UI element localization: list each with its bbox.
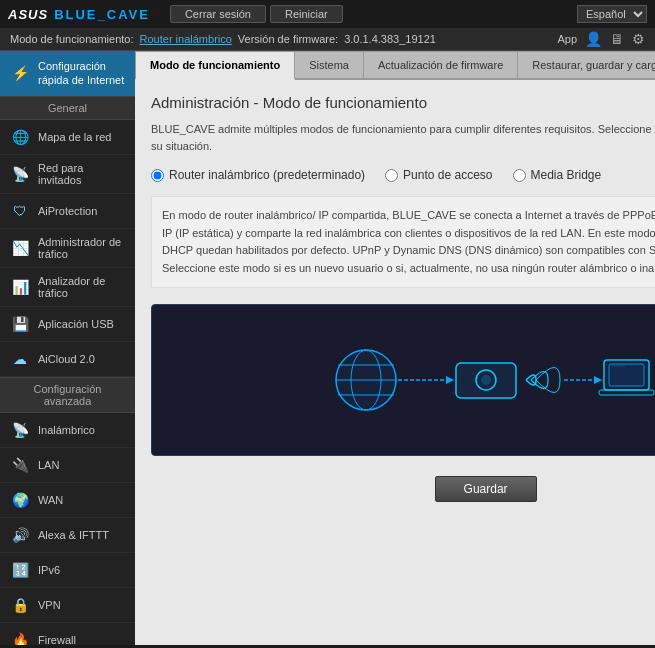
logo-area: ASUS BLUE_CAVE: [8, 7, 150, 22]
sidebar-item-label: Firewall: [38, 634, 76, 645]
radio-router-input[interactable]: [151, 169, 164, 182]
sidebar-item-label: Mapa de la red: [38, 131, 111, 143]
chart-icon: [10, 277, 30, 297]
mode-label: Modo de funcionamiento:: [10, 33, 134, 45]
radio-ap-input[interactable]: [385, 169, 398, 182]
vpn-icon: [10, 595, 30, 615]
router-name: BLUE_CAVE: [54, 7, 150, 22]
sidebar-item-inalambrico[interactable]: Inalámbrico: [0, 413, 135, 448]
firmware-label: Versión de firmware:: [238, 33, 338, 45]
settings-icon[interactable]: ⚙: [632, 31, 645, 47]
sidebar-item-firewall[interactable]: Firewall: [0, 623, 135, 645]
sidebar-item-alexa[interactable]: Alexa & IFTTT: [0, 518, 135, 553]
sidebar-item-label: Analizador de tráfico: [38, 275, 125, 299]
sidebar-item-invitados[interactable]: Red para invitados: [0, 155, 135, 194]
cloud-icon: [10, 349, 30, 369]
shield-icon: [10, 201, 30, 221]
wifi2-icon: [10, 420, 30, 440]
radio-mb-input[interactable]: [513, 169, 526, 182]
sidebar-general-title: General: [0, 96, 135, 120]
sidebar-item-aiprotection[interactable]: AiProtection: [0, 194, 135, 229]
wan-icon: [10, 490, 30, 510]
network-icon[interactable]: 🖥: [610, 31, 624, 47]
sidebar-item-usb[interactable]: Aplicación USB: [0, 307, 135, 342]
sidebar-item-label: AiCloud 2.0: [38, 353, 95, 365]
traffic-icon: [10, 238, 30, 258]
app-label: App: [557, 33, 577, 45]
sidebar-item-label: VPN: [38, 599, 61, 611]
save-button-area: Guardar: [151, 476, 655, 502]
svg-point-5: [336, 350, 396, 410]
sidebar-item-label: LAN: [38, 459, 59, 471]
user-icon[interactable]: 👤: [585, 31, 602, 47]
globe-icon: [10, 127, 30, 147]
info-bar: Modo de funcionamiento: Router inalámbri…: [0, 28, 655, 51]
sidebar-item-analizador[interactable]: Analizador de tráfico: [0, 268, 135, 307]
sidebar-item-label: Aplicación USB: [38, 318, 114, 330]
sidebar-item-wan[interactable]: WAN: [0, 483, 135, 518]
wifi-icon: [10, 164, 30, 184]
logout-button[interactable]: Cerrar sesión: [170, 5, 266, 23]
main-layout: ⚡ Configuración rápida de Internet Gener…: [0, 51, 655, 645]
language-select[interactable]: Español English: [577, 5, 647, 23]
quick-config-icon: ⚡: [10, 63, 30, 83]
sidebar-item-quick-config[interactable]: ⚡ Configuración rápida de Internet: [0, 51, 135, 96]
sidebar-item-ipv6[interactable]: IPv6: [0, 553, 135, 588]
firewall-icon: [10, 630, 30, 645]
radio-router[interactable]: Router inalámbrico (predeterminado): [151, 168, 365, 182]
sidebar-item-label: WAN: [38, 494, 63, 506]
top-bar-right: Español English: [577, 5, 647, 23]
sidebar-item-label: Red para invitados: [38, 162, 125, 186]
tab-restaurar[interactable]: Restaurar, guardar y cargar configuració…: [518, 51, 655, 78]
radio-ap-label: Punto de acceso: [403, 168, 492, 182]
radio-router-label: Router inalámbrico (predeterminado): [169, 168, 365, 182]
sidebar-item-label: AiProtection: [38, 205, 97, 217]
radio-mb-label: Media Bridge: [531, 168, 602, 182]
svg-marker-7: [446, 376, 454, 384]
top-bar-buttons: Cerrar sesión Reiniciar: [170, 5, 343, 23]
ipv6-icon: [10, 560, 30, 580]
sidebar-quick-section: ⚡ Configuración rápida de Internet: [0, 51, 135, 96]
lan-icon: [10, 455, 30, 475]
sidebar-item-label: Administrador de tráfico: [38, 236, 125, 260]
diagram-svg: [316, 325, 655, 435]
info-bar-right: App 👤 🖥 ⚙: [557, 31, 645, 47]
network-diagram: [151, 304, 655, 456]
page-content: Administración - Modo de funcionamiento …: [135, 80, 655, 645]
sidebar-item-vpn[interactable]: VPN: [0, 588, 135, 623]
sidebar-item-aicloud[interactable]: AiCloud 2.0: [0, 342, 135, 377]
tab-modo[interactable]: Modo de funcionamiento: [135, 51, 295, 80]
sidebar-item-mapa[interactable]: Mapa de la red: [0, 120, 135, 155]
sidebar-advanced-title: Configuración avanzada: [0, 377, 135, 413]
svg-rect-16: [609, 364, 644, 386]
page-title: Administración - Modo de funcionamiento: [151, 94, 655, 111]
mode-description: En modo de router inalámbrico/ IP compar…: [151, 196, 655, 288]
sidebar-item-admin-traffic[interactable]: Administrador de tráfico: [0, 229, 135, 268]
tab-bar: Modo de funcionamiento Sistema Actualiza…: [135, 51, 655, 80]
top-bar: ASUS BLUE_CAVE Cerrar sesión Reiniciar E…: [0, 0, 655, 28]
reboot-button[interactable]: Reiniciar: [270, 5, 343, 23]
sidebar-item-label: Inalámbrico: [38, 424, 95, 436]
save-button[interactable]: Guardar: [435, 476, 537, 502]
radio-media-bridge[interactable]: Media Bridge: [513, 168, 602, 182]
sidebar-item-label: Alexa & IFTTT: [38, 529, 109, 541]
content-area: Modo de funcionamiento Sistema Actualiza…: [135, 51, 655, 645]
svg-point-11: [481, 375, 491, 385]
page-description: BLUE_CAVE admite múltiples modos de func…: [151, 121, 655, 154]
sidebar-item-lan[interactable]: LAN: [0, 448, 135, 483]
firmware-version: 3.0.1.4.383_19121: [344, 33, 436, 45]
tab-sistema[interactable]: Sistema: [295, 51, 364, 78]
sidebar-quick-label: Configuración rápida de Internet: [38, 59, 125, 88]
sidebar-item-label: IPv6: [38, 564, 60, 576]
alexa-icon: [10, 525, 30, 545]
asus-logo: ASUS: [8, 7, 48, 22]
usb-icon: [10, 314, 30, 334]
svg-marker-13: [594, 376, 602, 384]
tab-actualizacion[interactable]: Actualización de firmware: [364, 51, 518, 78]
sidebar: ⚡ Configuración rápida de Internet Gener…: [0, 51, 135, 645]
router-type-link[interactable]: Router inalámbrico: [140, 33, 232, 45]
radio-options: Router inalámbrico (predeterminado) Punt…: [151, 168, 655, 182]
radio-access-point[interactable]: Punto de acceso: [385, 168, 492, 182]
